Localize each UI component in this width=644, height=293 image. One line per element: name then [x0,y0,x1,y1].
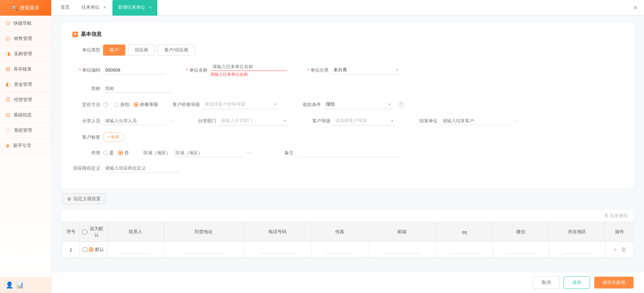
basic-info-card: ✎ 基本信息 单位类型 客户 供应商 客户/供应商 单位编码 [62,23,634,188]
sidebar-item-operation[interactable]: ☰ 经营管理 [0,92,51,107]
region-input[interactable] [173,149,243,157]
payment-terms-select[interactable]: 现结 ▼ [324,100,393,109]
default-radio-label: 默认 [95,246,104,253]
settlement-more-btn[interactable]: ··· [514,118,519,124]
tab-unit-new[interactable]: 新增往来单位 ✕ [112,0,157,16]
manager-more-btn[interactable]: ··· [170,118,174,124]
manager-label: 分管人员 [72,118,100,124]
row-region-input[interactable] [563,245,591,254]
remark-input[interactable] [296,149,401,157]
category-dropdown-icon: ▼ [395,68,399,72]
dept-label: 分管部门 [188,118,216,124]
sidebar-item-quick-nav[interactable]: ⊙ 快捷导航 [0,16,51,31]
select-all-checkbox[interactable] [83,230,87,234]
section-title: 基本信息 [81,31,102,38]
sidebar-item-system[interactable]: ◌ 系统管理 [0,123,51,138]
sidebar-item-label: 系统管理 [14,127,32,133]
search-menu-btn[interactable]: 🔍 搜索菜单 [0,0,51,16]
tab-bar: 首页 往来单位 ✕ 新增往来单位 ✕ ✕ [52,0,644,16]
row-contact [108,242,164,258]
manager-input[interactable] [103,117,166,125]
sidebar-item-label: 采购管理 [14,51,32,57]
qq-input[interactable] [450,245,478,254]
delete-row-btn[interactable]: 🗑 [621,246,627,253]
type-btn-supplier[interactable]: 供应商 [128,44,155,56]
short-name-row: 简称 [72,84,623,93]
pricing-method-group: 定价方法 ? 折扣 价格等级 [72,101,158,108]
row-default: 默认 [80,242,108,258]
sidebar-item-finance[interactable]: ◐ 资金管理 [0,77,51,92]
unit-category-value: 未分类 [333,67,394,73]
tab-unit-new-close[interactable]: ✕ [149,5,152,10]
short-name-input[interactable] [103,84,173,93]
phone-input[interactable] [260,245,295,254]
cancel-button[interactable]: 取消 [533,276,559,289]
window-close-btn[interactable]: ✕ [630,3,641,13]
section-icon: ✎ [72,32,78,37]
supplier-custom-input[interactable] [103,164,180,172]
system-icon: ◌ [6,127,10,133]
payment-dropdown-icon: ▼ [388,103,391,106]
batch-delete-area: 🗑 批量删除 [62,210,634,222]
disabled-yes-radio[interactable]: 是 [103,150,114,156]
default-radio[interactable]: 默认 [89,246,104,253]
tab-unit-list-close[interactable]: ✕ [103,5,106,10]
add-row-btn[interactable]: ＋ [613,246,618,253]
save-new-button[interactable]: 保存并新增 [594,277,634,288]
batch-delete-label[interactable]: 批量删除 [610,213,628,219]
custom-settings-btn[interactable]: ⚙ 自定义项设置 [62,193,106,204]
operation-icon: ☰ [6,96,10,103]
dept-placeholder: 请输入分管部门 [221,117,282,124]
row-checkbox[interactable] [83,247,87,252]
supplier-custom-row: 供应商自定义 [72,164,623,172]
sidebar-item-basic[interactable]: ⊟ 基础信息 [0,107,51,123]
customer-price-level-group: 客户价格等级 请选择客户价格等级 ▼ [172,100,279,109]
col-wechat: 微信 [493,222,549,242]
pricing-method-label: 定价方法 [72,101,100,108]
add-tag-btn[interactable]: + 标签 [103,132,124,142]
search-icon: 🔍 [12,5,18,11]
disabled-no-label: 否 [124,150,129,156]
customer-price-level-label: 客户价格等级 [172,101,200,108]
pricing-help-icon[interactable]: ? [103,102,109,107]
wechat-input[interactable] [507,245,535,254]
sidebar-item-sales[interactable]: ◎ 销售管理 [0,31,51,46]
sidebar-item-guide[interactable]: ◈ 新手引导 [0,138,51,153]
region-more-btn[interactable]: ··· [247,150,252,156]
row-region [549,242,605,258]
type-btn-both[interactable]: 客户/供应商 [158,44,195,56]
region-group: 区域（地区） ··· [143,149,252,157]
tab-home[interactable]: 首页 [55,0,75,16]
save-button[interactable]: 保存 [564,276,590,289]
sidebar-item-purchase[interactable]: ◑ 采购管理 [0,46,51,62]
address-input[interactable] [183,245,225,254]
row-email [368,242,436,258]
dept-select[interactable]: 请输入分管部门 ▼ [219,116,289,125]
code-name-category-row: 单位编码 单位名称 请输入往来单位名称 单位分类 未分类 ▼ [72,63,623,78]
customer-price-level-select[interactable]: 请选择客户价格等级 ▼ [203,100,279,109]
customer-level-placeholder: 请选择客户等级 [335,117,389,124]
pricing-level-radio[interactable]: 价格等级 [134,101,158,108]
customer-level-select[interactable]: 请选择客户等级 ▼ [333,116,396,125]
unit-category-select[interactable]: 未分类 ▼ [331,65,401,75]
col-phone: 电话号码 [244,222,312,242]
email-input[interactable] [385,245,419,254]
search-menu-label: 搜索菜单 [20,5,39,11]
pricing-discount-radio[interactable]: 折扣 [114,101,129,108]
type-btn-customer[interactable]: 客户 [103,44,125,56]
unit-name-input[interactable] [210,63,287,71]
payment-help-icon[interactable]: ? [398,102,404,107]
tab-unit-list[interactable]: 往来单位 ✕ [76,0,112,16]
col-region: 所在地区 [549,222,605,242]
disabled-no-radio[interactable]: 否 [118,150,129,156]
unit-code-input[interactable] [103,66,166,74]
fax-input[interactable] [326,245,354,254]
manager-group: 分管人员 ··· [72,117,174,125]
sales-icon: ◎ [6,35,10,42]
settlement-input[interactable] [440,117,510,125]
contact-input[interactable] [122,245,150,254]
disabled-group: 停用 是 否 [72,150,129,156]
disabled-radio-group: 是 否 [103,150,129,156]
sidebar-item-label: 新手引导 [13,143,31,149]
sidebar-item-inventory[interactable]: ⊞ 库存核算 [0,62,51,77]
